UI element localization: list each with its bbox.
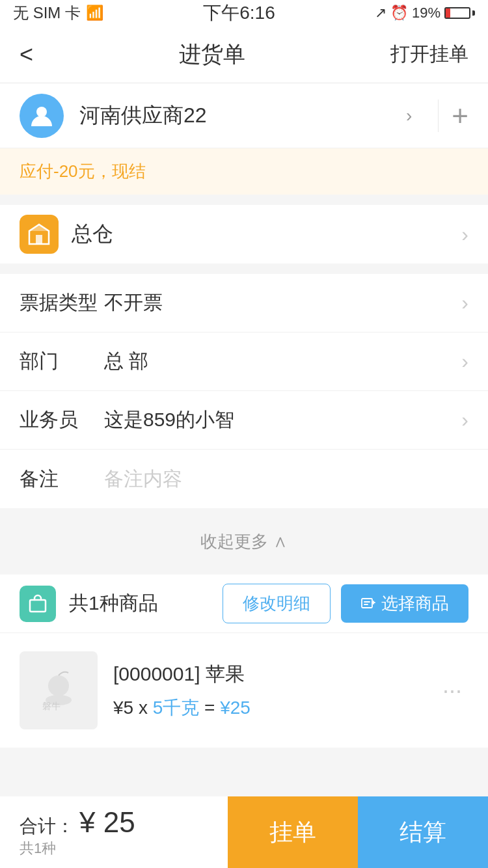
warehouse-section: 总仓 › [0,205,488,264]
dept-chevron-icon: › [461,349,468,373]
collapse-row[interactable]: 收起更多 ∧ [0,519,488,564]
battery-indicator [444,7,475,19]
product-thumb-icon: 磐牛 [36,668,81,713]
battery-percent: 19% [412,5,441,21]
supplier-section: 河南供应商22 › + [0,83,488,148]
remark-input[interactable]: 备注内容 [104,466,468,493]
total-section: 合计： ¥ 25 共1种 [0,806,228,858]
sales-value: 这是859的小智 [104,407,461,433]
product-more-button[interactable]: ··· [436,670,468,711]
add-supplier-button[interactable]: + [452,102,468,130]
invoice-row[interactable]: 票据类型 不开票 › [0,274,488,332]
svg-rect-2 [30,600,46,612]
product-info: [0000001] 苹果 ¥5 x 5千克 = ¥25 [113,661,436,720]
supplier-row[interactable]: 河南供应商22 › + [0,83,488,148]
total-amount: ¥ 25 [79,806,135,839]
vertical-divider [438,100,439,132]
dept-value: 总 部 [104,348,461,375]
wifi-icon: 📶 [86,5,103,21]
select-product-label: 选择商品 [381,592,449,615]
supplier-avatar [20,94,64,138]
svg-point-4 [48,675,69,696]
person-icon [29,103,55,129]
total-count: 共1种 [20,839,208,858]
settle-button[interactable]: 结算 [358,796,488,868]
cart-icon [20,586,56,622]
collapse-label: 收起更多 ∧ [200,530,287,553]
product-title: 苹果 [206,663,245,685]
svg-rect-3 [362,599,372,608]
product-thumbnail: 磐牛 [20,651,98,729]
total-main: 合计： ¥ 25 [20,806,208,839]
location-icon: ↗ [375,5,386,21]
invoice-value: 不开票 [104,290,461,316]
dept-row[interactable]: 部门 总 部 › [0,332,488,391]
warehouse-icon [20,215,59,254]
add-product-icon [360,596,376,612]
alarm-icon: ⏰ [390,5,408,21]
svg-rect-1 [36,235,42,244]
status-bar: 无 SIM 卡 📶 下午6:16 ↗ ⏰ 19% [0,0,488,26]
open-hang-button[interactable]: 打开挂单 [390,41,468,68]
total-label: 合计： [20,814,74,839]
svg-text:磐牛: 磐牛 [42,701,61,711]
invoice-label: 票据类型 [20,290,104,316]
warehouse-chevron-icon: › [461,223,468,247]
invoice-chevron-icon: › [461,291,468,315]
notice-text: 应付-20元，现结 [20,161,146,181]
product-price-row: ¥5 x 5千克 = ¥25 [113,696,436,720]
bottom-bar: 合计： ¥ 25 共1种 挂单 结算 [0,796,488,868]
supplier-chevron-icon: › [406,105,412,126]
page-title: 进货单 [179,40,245,70]
product-equals: = [204,698,220,718]
status-left: 无 SIM 卡 📶 [13,3,103,23]
hang-button[interactable]: 挂单 [228,796,358,868]
sales-label: 业务员 [20,407,104,433]
edit-detail-button[interactable]: 修改明细 [223,584,331,623]
carrier-text: 无 SIM 卡 [13,3,81,23]
product-code: [0000001] [113,663,200,685]
select-product-button[interactable]: 选择商品 [341,584,468,623]
remark-label: 备注 [20,466,104,493]
sales-row[interactable]: 业务员 这是859的小智 › [0,391,488,450]
back-button[interactable]: < [20,41,33,68]
status-right: ↗ ⏰ 19% [375,5,475,21]
product-total: ¥25 [220,698,251,718]
sales-chevron-icon: › [461,408,468,432]
supplier-name: 河南供应商22 [79,102,406,130]
product-toolbar-section: 共1种商品 修改明细 选择商品 [0,575,488,633]
product-count-label: 共1种商品 [69,590,223,617]
product-item: 磐牛 [0000001] 苹果 ¥5 x 5千克 = ¥25 ··· [0,633,488,748]
notice-banner: 应付-20元，现结 [0,148,488,195]
nav-bar: < 进货单 打开挂单 [0,26,488,83]
warehouse-row[interactable]: 总仓 › [0,205,488,264]
product-name: [0000001] 苹果 [113,661,436,688]
svg-point-0 [36,107,47,117]
warehouse-name: 总仓 [72,220,461,249]
dept-label: 部门 [20,348,104,375]
warehouse-building-icon [28,223,50,245]
product-unit-price: ¥5 [113,698,133,718]
product-toolbar: 共1种商品 修改明细 选择商品 [0,575,488,633]
status-time: 下午6:16 [203,1,275,25]
form-section: 票据类型 不开票 › 部门 总 部 › 业务员 这是859的小智 › 备注 备注… [0,274,488,508]
product-multiply: x [139,698,153,718]
remark-row[interactable]: 备注 备注内容 [0,450,488,508]
product-qty: 5千克 [153,698,200,718]
shopping-bag-icon [27,593,48,614]
